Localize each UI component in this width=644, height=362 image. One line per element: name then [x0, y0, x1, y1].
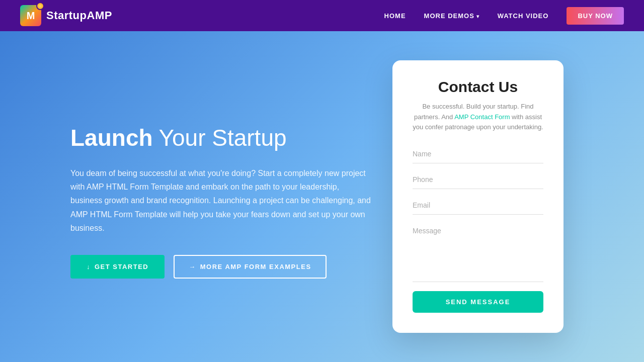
message-textarea[interactable] [413, 222, 543, 282]
nav-item-buy-now[interactable]: BUY NOW [567, 7, 624, 25]
send-message-button[interactable]: SEND MESSAGE [413, 291, 543, 313]
brand-name: StartupAMP [46, 9, 112, 22]
hero-buttons: ↓ GET STARTED → MORE AMP FORM EXAMPLES [70, 255, 372, 279]
main-content: Launch Your Startup You deam of being su… [0, 31, 644, 362]
nav-item-home[interactable]: HOME [384, 11, 406, 20]
hero-section: Launch Your Startup You deam of being su… [70, 125, 372, 279]
nav-link-more-demos[interactable]: MORE DEMOS [424, 12, 479, 20]
more-examples-button[interactable]: → MORE AMP FORM EXAMPLES [174, 255, 326, 279]
buy-now-button[interactable]: BUY NOW [567, 7, 624, 25]
phone-input[interactable] [413, 170, 543, 189]
get-started-button[interactable]: ↓ GET STARTED [70, 255, 165, 279]
nav-item-more-demos[interactable]: MORE DEMOS [424, 11, 479, 20]
contact-form: SEND MESSAGE [413, 145, 543, 313]
contact-form-subtitle: Be successful. Build your startup. Find … [413, 102, 543, 133]
more-examples-icon: → [189, 263, 196, 270]
hero-title-bold: Launch [70, 125, 153, 151]
navbar: M StartupAMP HOME MORE DEMOS WATCH VIDEO… [0, 0, 644, 31]
nav-item-watch-video[interactable]: WATCH VIDEO [498, 11, 549, 20]
hero-title-rest: Your Startup [153, 125, 287, 151]
get-started-label: GET STARTED [95, 263, 148, 270]
contact-form-title: Contact Us [413, 78, 543, 96]
brand-letter: M [27, 10, 35, 22]
brand-link[interactable]: M StartupAMP [20, 5, 112, 26]
nav-link-watch-video[interactable]: WATCH VIDEO [498, 12, 549, 20]
nav-link-home[interactable]: HOME [384, 12, 406, 20]
nav-links: HOME MORE DEMOS WATCH VIDEO BUY NOW [384, 7, 624, 25]
name-input[interactable] [413, 145, 543, 163]
get-started-icon: ↓ [87, 263, 91, 270]
hero-title: Launch Your Startup [70, 125, 372, 151]
brand-icon: M [20, 5, 41, 26]
hero-description: You deam of being successful at what you… [70, 166, 372, 235]
more-examples-label: MORE AMP FORM EXAMPLES [200, 263, 311, 270]
contact-card: Contact Us Be successful. Build your sta… [392, 60, 564, 333]
email-input[interactable] [413, 196, 543, 215]
brand-spark [36, 2, 44, 10]
amp-link[interactable]: AMP Contact Form [454, 113, 510, 121]
